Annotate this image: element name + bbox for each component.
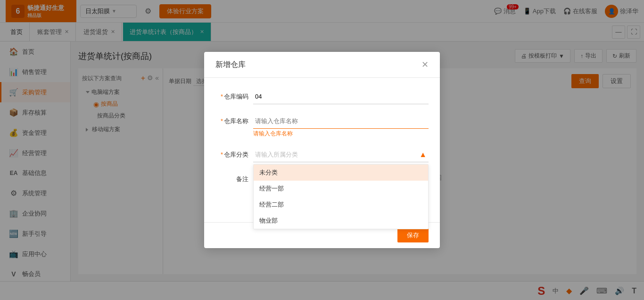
remark-label: 备注 xyxy=(215,172,253,187)
dialog-body: 仓库编码 仓库名称 请输入仓库名称 仓库分类 请输入所属分类 ▲ xyxy=(204,78,440,222)
warehouse-name-input[interactable] xyxy=(253,114,429,129)
warehouse-category-label: 仓库分类 xyxy=(215,147,253,162)
warehouse-name-label: 仓库名称 xyxy=(215,114,253,129)
warehouse-name-error: 请输入仓库名称 xyxy=(253,130,429,138)
warehouse-category-row: 仓库分类 请输入所属分类 ▲ 未分类 经营一部 经营二部 物业部 xyxy=(215,147,429,162)
dropdown-item-dept1[interactable]: 经营一部 xyxy=(254,181,428,197)
dropdown-item-dept2[interactable]: 经营二部 xyxy=(254,197,428,213)
dropdown-item-property[interactable]: 物业部 xyxy=(254,213,428,229)
category-arrow-icon: ▲ xyxy=(419,150,427,159)
dropdown-item-uncategorized[interactable]: 未分类 xyxy=(254,165,428,181)
warehouse-code-row: 仓库编码 xyxy=(215,89,429,104)
dialog-close-button[interactable]: ✕ xyxy=(421,59,429,70)
warehouse-category-control: 请输入所属分类 ▲ 未分类 经营一部 经营二部 物业部 xyxy=(253,147,429,162)
warehouse-name-control: 请输入仓库名称 xyxy=(253,114,429,138)
save-button[interactable]: 保存 xyxy=(397,228,429,242)
warehouse-name-row: 仓库名称 请输入仓库名称 xyxy=(215,114,429,138)
warehouse-code-input[interactable] xyxy=(253,89,429,104)
warehouse-code-control xyxy=(253,89,429,104)
warehouse-code-label: 仓库编码 xyxy=(215,89,253,104)
dialog-header: 新增仓库 ✕ xyxy=(204,52,440,78)
category-dropdown-menu: 未分类 经营一部 经营二部 物业部 xyxy=(253,164,429,229)
category-placeholder: 请输入所属分类 xyxy=(255,150,298,159)
warehouse-category-trigger[interactable]: 请输入所属分类 ▲ xyxy=(253,147,429,162)
dialog-title: 新增仓库 xyxy=(215,60,246,70)
new-warehouse-dialog: 新增仓库 ✕ 仓库编码 仓库名称 请输入仓库名称 仓库分类 请输入所属分类 ▲ xyxy=(204,52,440,248)
